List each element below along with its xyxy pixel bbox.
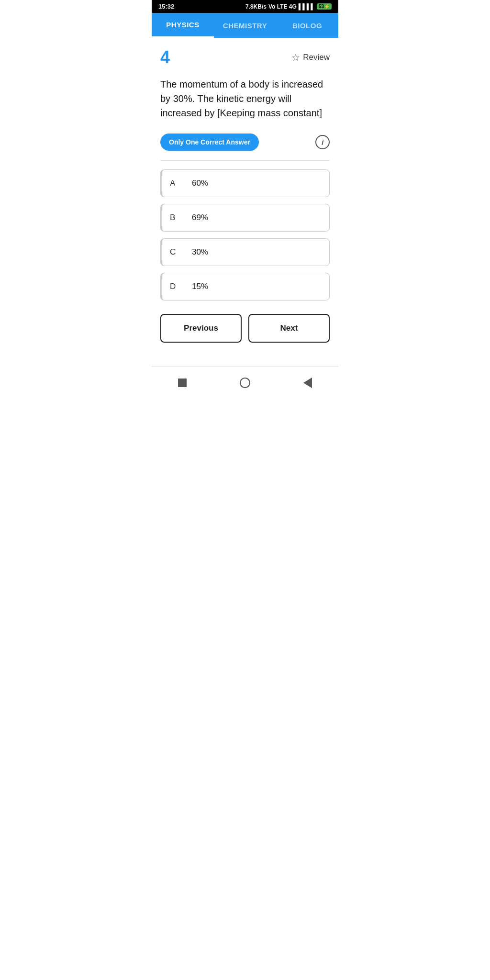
tab-biology[interactable]: BIOLOG	[276, 14, 338, 37]
option-d-label: D	[170, 282, 184, 291]
option-b-value: 69%	[192, 213, 208, 223]
divider	[160, 160, 330, 161]
bottom-nav-bar	[152, 367, 338, 399]
option-c-label: C	[170, 247, 184, 257]
network-type: Vo LTE 4G	[268, 3, 297, 10]
option-a-label: A	[170, 178, 184, 188]
signal-icon: ▌▌▌▌	[299, 3, 315, 10]
option-d-value: 15%	[192, 282, 208, 291]
option-b[interactable]: B 69%	[160, 204, 330, 232]
badge-row: Only One Correct Answer i	[160, 134, 330, 151]
star-icon: ☆	[291, 52, 300, 63]
status-right: 7.8KB/s Vo LTE 4G ▌▌▌▌ 53 ⚡	[245, 3, 332, 10]
navigation-buttons: Previous Next	[160, 314, 330, 343]
review-label: Review	[303, 53, 330, 62]
square-icon	[178, 379, 187, 387]
previous-button[interactable]: Previous	[160, 314, 242, 343]
option-c-value: 30%	[192, 247, 208, 257]
option-c[interactable]: C 30%	[160, 238, 330, 266]
network-speed: 7.8KB/s	[245, 3, 267, 10]
options-list: A 60% B 69% C 30% D 15%	[160, 169, 330, 301]
triangle-icon	[303, 378, 312, 388]
tab-bar: PHYSICS CHEMISTRY BIOLOG	[152, 13, 338, 38]
question-text: The momentum of a body is increased by 3…	[160, 77, 330, 120]
back-button[interactable]	[300, 374, 316, 392]
review-button[interactable]: ☆ Review	[291, 52, 330, 63]
next-button[interactable]: Next	[248, 314, 330, 343]
option-d[interactable]: D 15%	[160, 273, 330, 301]
main-content: 4 ☆ Review The momentum of a body is inc…	[152, 38, 338, 367]
status-bar: 15:32 7.8KB/s Vo LTE 4G ▌▌▌▌ 53 ⚡	[152, 0, 338, 13]
tab-physics[interactable]: PHYSICS	[152, 13, 214, 38]
option-a[interactable]: A 60%	[160, 169, 330, 197]
battery-icon: 53 ⚡	[317, 3, 332, 10]
question-number: 4	[160, 47, 170, 67]
only-one-badge: Only One Correct Answer	[160, 134, 259, 151]
question-header: 4 ☆ Review	[160, 47, 330, 67]
square-home-button[interactable]	[174, 375, 190, 391]
time-display: 15:32	[158, 3, 174, 10]
info-icon[interactable]: i	[315, 135, 330, 149]
tab-chemistry[interactable]: CHEMISTRY	[214, 14, 276, 37]
circle-button[interactable]	[236, 374, 254, 392]
circle-icon	[240, 378, 250, 388]
option-a-value: 60%	[192, 178, 208, 188]
option-b-label: B	[170, 213, 184, 223]
